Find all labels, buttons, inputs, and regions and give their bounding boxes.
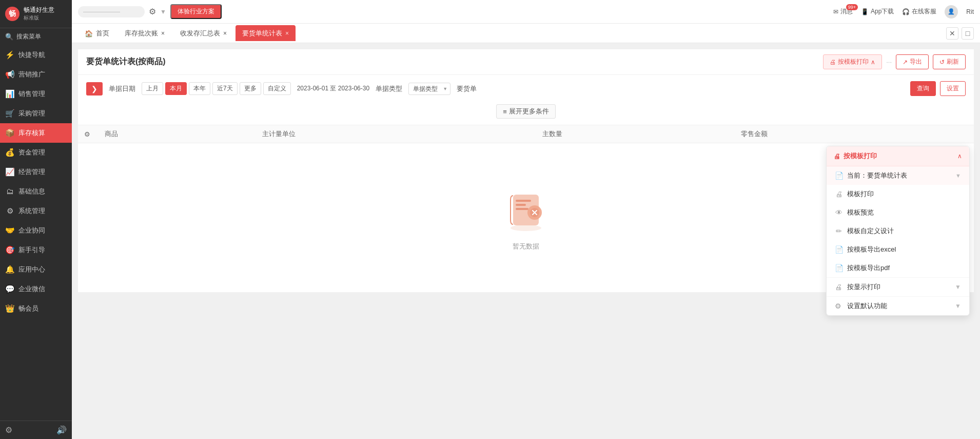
svg-rect-3 [516, 204, 526, 206]
export-excel-icon: 📄 [835, 245, 843, 254]
sidebar-item-basics[interactable]: 🗂 基础信息 [0, 182, 72, 201]
template-print-icon: 🖨 [835, 190, 843, 198]
sound-icon[interactable]: 🔊 [56, 425, 67, 435]
sidebar-item-purchase[interactable]: 🛒 采购管理 [0, 104, 72, 123]
sidebar-item-appstore[interactable]: 🔔 应用中心 [0, 260, 72, 279]
refresh-btn-label: 刷新 [947, 58, 959, 66]
template-preview-icon: 👁 [835, 208, 843, 217]
search-icon: 🔍 [5, 33, 13, 41]
table-head: ⚙ 商品 主计量单位 主数量 零售金额 [78, 125, 974, 143]
sidebar-item-label: 资金管理 [18, 148, 45, 157]
user-avatar[interactable]: 👤 [945, 5, 958, 18]
dropdown-header: 🖨 按模板打印 ∧ [827, 146, 969, 166]
sidebar-item-quick-nav[interactable]: ⚡ 快捷导航 [0, 45, 72, 65]
dropdown-expand-icon[interactable]: ∧ [957, 152, 962, 160]
th-retail-amount: 零售金额 [735, 125, 974, 143]
sidebar-item-label: 新手引导 [18, 245, 45, 255]
data-table: ⚙ 商品 主计量单位 主数量 零售金额 [78, 125, 974, 143]
sidebar-nav: ⚡ 快捷导航 📢 营销推广 📊 销售管理 🛒 采购管理 📦 库存核算 💰 资金管… [0, 45, 72, 421]
settings-button[interactable]: 设置 [940, 81, 966, 96]
sidebar-item-finance[interactable]: 💰 资金管理 [0, 143, 72, 162]
sidebar-item-label: 库存核算 [18, 128, 45, 138]
sidebar-item-marketing[interactable]: 📢 营销推广 [0, 65, 72, 84]
sidebar-item-inventory[interactable]: 📦 库存核算 [0, 123, 72, 143]
date-current-month[interactable]: 本月 [165, 82, 187, 95]
sidebar-item-newbie[interactable]: 🎯 新手引导 [0, 240, 72, 260]
dropdown-set-default[interactable]: ⚙ 设置默认功能 ▼ [827, 296, 969, 315]
promo-button[interactable]: 体验行业方案 [170, 4, 222, 19]
tab-batch-accounts[interactable]: 库存批次账 × [118, 25, 171, 41]
dropdown-export-pdf[interactable]: 📄 按模板导出pdf [827, 259, 969, 277]
display-print-arrow: ▼ [955, 283, 961, 291]
settings-bottom-icon[interactable]: ⚙ [5, 425, 12, 435]
date-prev-month[interactable]: 上月 [142, 82, 163, 95]
sidebar-search-label: 搜索菜单 [16, 32, 41, 41]
tab-order-close[interactable]: × [285, 30, 289, 37]
set-default-arrow: ▼ [955, 302, 961, 310]
dropdown-export-excel[interactable]: 📄 按模板导出excel [827, 240, 969, 259]
refresh-button[interactable]: ↺ 刷新 [933, 54, 966, 69]
dropdown-template-design[interactable]: ✏ 模板自定义设计 [827, 222, 969, 240]
tabs-bar: 🏠 首页 库存批次账 × 收发存汇总表 × 要货单统计表 × ✕ □ [72, 24, 980, 43]
table-header-row: ⚙ 商品 主计量单位 主数量 零售金额 [78, 125, 974, 143]
empty-illustration [500, 184, 552, 236]
headset-icon: 🎧 [902, 8, 910, 15]
sidebar-item-system[interactable]: ⚙ 系统管理 [0, 201, 72, 221]
filter-area: ❯ 单据日期 上月 本月 本年 近7天 更多 自定义 2023-06-01 至 … [78, 75, 974, 125]
date-range-display: 2023-06-01 至 2023-06-30 [297, 84, 369, 93]
message-item[interactable]: ✉ 消息 99+ [833, 7, 853, 16]
settings-icon[interactable]: ⚙ [84, 130, 90, 138]
dropdown-display-print[interactable]: 🖨 按显示打印 ▼ [827, 277, 969, 296]
sidebar-item-wecom[interactable]: 💬 企业微信 [0, 279, 72, 299]
print-template-button[interactable]: 🖨 按模板打印 ∧ [823, 54, 882, 69]
current-template-icon: 📄 [835, 171, 843, 180]
sidebar-search[interactable]: 🔍 搜索菜单 [0, 28, 72, 45]
sidebar-item-label: 应用中心 [18, 265, 45, 274]
print-btn-label: 按模板打印 [838, 58, 869, 66]
sidebar-item-label: 基础信息 [18, 187, 45, 196]
sidebar-item-label: 企业协同 [18, 226, 45, 235]
date-more[interactable]: 更多 [240, 82, 261, 95]
filter-toggle-btn[interactable]: ❯ [86, 82, 103, 96]
tab-receipt-close[interactable]: × [223, 30, 227, 37]
date-custom[interactable]: 自定义 [263, 82, 291, 95]
sidebar-item-label: 营销推广 [18, 70, 45, 79]
sidebar-item-cooperation[interactable]: 🤝 企业协同 [0, 221, 72, 240]
date-current-year[interactable]: 本年 [189, 82, 210, 95]
expand-more-btn[interactable]: ≡ 展开更多条件 [496, 104, 556, 119]
order-type-select[interactable]: 单据类型 [408, 83, 450, 95]
expand-label: 展开更多条件 [509, 107, 549, 116]
online-support-label: 在线客服 [912, 7, 936, 16]
sidebar-item-label: 畅会员 [18, 304, 38, 313]
content-area: 要货单统计表(按商品) 🖨 按模板打印 ∧ ··· ↗ 导出 ↺ 刷新 [72, 43, 980, 439]
online-support-item[interactable]: 🎧 在线客服 [902, 7, 936, 16]
tab-home[interactable]: 🏠 首页 [78, 25, 116, 41]
sidebar: 畅 畅通好生意 标准版 🔍 搜索菜单 ⚡ 快捷导航 📢 营销推广 📊 销售管理 … [0, 0, 72, 439]
export-button[interactable]: ↗ 导出 [896, 54, 929, 69]
tab-maximize-btn[interactable]: □ [962, 27, 974, 40]
sidebar-item-membership[interactable]: 👑 畅会员 [0, 299, 72, 318]
sidebar-item-operations[interactable]: 📈 经营管理 [0, 162, 72, 182]
tab-receipt-summary[interactable]: 收发存汇总表 × [173, 25, 233, 41]
sidebar-item-label: 采购管理 [18, 109, 45, 118]
dropdown-template-print[interactable]: 🖨 模板打印 [827, 185, 969, 203]
sidebar-item-label: 经营管理 [18, 167, 45, 177]
order-type-select-wrap: 单据类型 [408, 83, 450, 95]
tab-order-stats[interactable]: 要货单统计表 × [236, 25, 296, 41]
app-download-item[interactable]: 📱 App下载 [861, 7, 894, 16]
avatar-placeholder: 👤 [948, 8, 955, 15]
template-design-label: 模板自定义设计 [847, 226, 894, 236]
page-title-bar: 要货单统计表(按商品) 🖨 按模板打印 ∧ ··· ↗ 导出 ↺ 刷新 [78, 49, 974, 75]
topbar-search-box: —————— [78, 6, 145, 17]
dropdown-current-template[interactable]: 📄 当前：要货单统计表 ▼ [827, 166, 969, 185]
export-btn-label: 导出 [910, 58, 922, 66]
sidebar-item-sales[interactable]: 📊 销售管理 [0, 84, 72, 104]
tab-batch-close[interactable]: × [161, 30, 165, 37]
tab-close-btn[interactable]: ✕ [946, 27, 958, 40]
basics-icon: 🗂 [5, 187, 14, 196]
date-last-7-days[interactable]: 近7天 [212, 82, 238, 95]
topbar-gear-icon[interactable]: ⚙ [149, 7, 156, 16]
query-button[interactable]: 查询 [910, 81, 936, 96]
tab-home-label: 首页 [96, 29, 109, 38]
dropdown-template-preview[interactable]: 👁 模板预览 [827, 203, 969, 222]
